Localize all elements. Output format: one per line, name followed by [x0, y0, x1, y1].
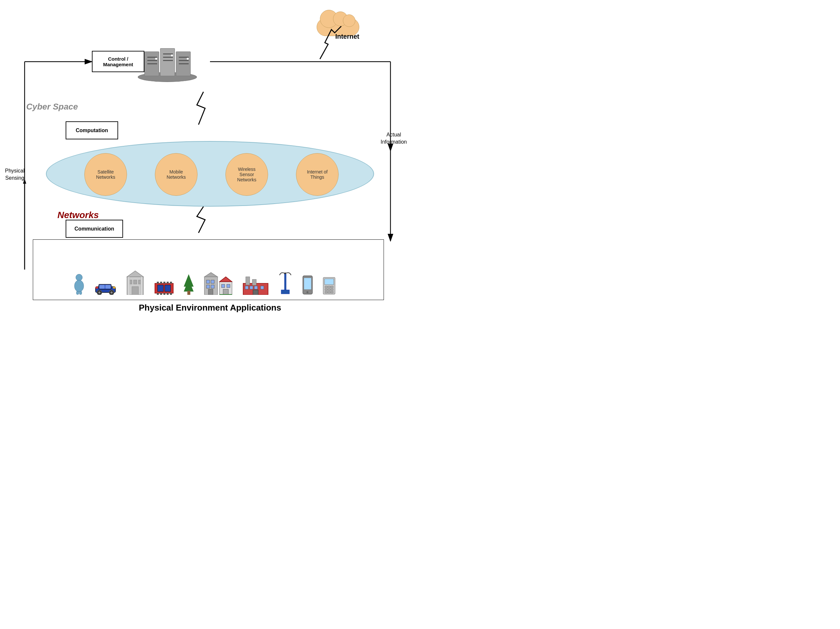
svg-rect-32 — [170, 293, 172, 295]
control-management-box: Control / Management — [92, 51, 144, 72]
svg-rect-53 — [252, 279, 256, 285]
physical-environment-box: Actuator Sensors Embedded Systems — [33, 240, 384, 300]
svg-rect-26 — [167, 282, 169, 284]
svg-rect-58 — [253, 290, 258, 295]
svg-rect-27 — [170, 282, 172, 284]
svg-rect-54 — [245, 286, 248, 289]
iot-label: Internet of Things — [307, 169, 327, 180]
svg-rect-21 — [141, 277, 142, 295]
svg-rect-66 — [325, 279, 334, 285]
svg-rect-43 — [211, 285, 214, 288]
mobile-networks-label: Mobile Networks — [167, 169, 186, 180]
svg-rect-30 — [163, 293, 165, 295]
svg-point-11 — [111, 292, 113, 294]
actual-information-label: Actual Information — [377, 131, 410, 146]
svg-rect-28 — [157, 293, 159, 295]
tree-icon — [183, 274, 194, 295]
satellite-networks-circle: Satellite Networks — [84, 153, 127, 196]
svg-rect-60 — [284, 274, 286, 290]
svg-rect-41 — [211, 280, 214, 283]
svg-rect-42 — [206, 285, 210, 288]
svg-rect-24 — [160, 282, 162, 284]
svg-point-64 — [306, 291, 308, 293]
actual-info-text: Actual Information — [381, 132, 407, 145]
factory-icon — [243, 274, 269, 295]
physical-sensing-label: Physical Sensing — [3, 167, 26, 182]
svg-rect-61 — [281, 290, 289, 294]
computation-label: Computation — [76, 128, 108, 134]
car-icon — [95, 282, 116, 295]
svg-rect-37 — [187, 291, 190, 295]
svg-rect-74 — [328, 291, 330, 293]
physical-sensing-text: Physical Sensing — [5, 168, 25, 181]
svg-rect-69 — [331, 286, 333, 288]
mobile-phone-icon — [302, 275, 313, 295]
svg-rect-34 — [165, 285, 171, 292]
wireless-sensor-networks-circle: Wireless Sensor Networks — [226, 153, 268, 196]
antenna-icon — [278, 269, 293, 295]
svg-rect-52 — [246, 277, 250, 285]
control-management-label: Control / Management — [103, 56, 133, 67]
svg-rect-23 — [157, 282, 159, 284]
svg-rect-75 — [331, 291, 333, 293]
svg-marker-15 — [127, 271, 144, 277]
svg-rect-48 — [227, 284, 230, 288]
svg-rect-19 — [132, 287, 139, 295]
networks-ellipse: Satellite Networks Mobile Networks Wirel… — [46, 141, 374, 207]
svg-rect-72 — [331, 288, 333, 290]
svg-point-9 — [98, 292, 101, 294]
circuit-board-icon — [154, 282, 174, 295]
svg-rect-55 — [250, 286, 253, 289]
svg-rect-17 — [134, 280, 137, 284]
svg-marker-46 — [219, 277, 232, 282]
svg-rect-63 — [304, 278, 311, 290]
svg-rect-73 — [325, 291, 327, 293]
physical-env-label: Physical Environment Applications — [0, 303, 420, 313]
communication-label: Communication — [74, 226, 114, 232]
svg-rect-68 — [328, 286, 330, 288]
svg-rect-33 — [158, 285, 163, 292]
svg-rect-3 — [79, 291, 82, 295]
internet-label: Internet — [335, 33, 359, 40]
svg-rect-13 — [113, 287, 115, 288]
svg-rect-47 — [221, 284, 225, 288]
diagram-container: Internet Control / Management Cyber Spac… — [0, 0, 420, 314]
networks-label: Networks — [57, 210, 99, 221]
svg-point-1 — [74, 280, 84, 292]
svg-rect-12 — [95, 287, 98, 288]
communication-box: Communication — [66, 220, 123, 238]
svg-rect-57 — [261, 286, 264, 289]
computation-box: Computation — [66, 121, 118, 139]
svg-rect-7 — [105, 285, 111, 288]
svg-rect-67 — [325, 286, 327, 288]
server-cluster — [138, 39, 197, 82]
svg-rect-25 — [163, 282, 165, 284]
house-complex-icon — [204, 272, 233, 295]
svg-rect-40 — [206, 280, 210, 283]
svg-rect-20 — [128, 277, 129, 295]
physical-env-text: Physical Environment Applications — [139, 303, 281, 312]
person-icon — [73, 274, 86, 295]
svg-rect-29 — [160, 293, 162, 295]
svg-point-0 — [76, 274, 82, 281]
svg-rect-50 — [219, 294, 232, 295]
svg-rect-71 — [328, 288, 330, 290]
svg-rect-31 — [167, 293, 169, 295]
svg-rect-70 — [325, 288, 327, 290]
svg-rect-56 — [254, 286, 257, 289]
satellite-networks-label: Satellite Networks — [96, 169, 115, 180]
wireless-sensor-label: Wireless Sensor Networks — [237, 167, 256, 182]
svg-rect-6 — [99, 285, 105, 288]
svg-rect-2 — [76, 291, 79, 295]
keypad-icon — [322, 277, 336, 295]
svg-rect-44 — [208, 289, 213, 295]
mobile-networks-circle: Mobile Networks — [155, 153, 197, 196]
iot-circle: Internet of Things — [296, 153, 339, 196]
cyberspace-label: Cyber Space — [26, 102, 78, 112]
building-icon — [125, 270, 145, 295]
svg-marker-39 — [204, 273, 218, 277]
svg-rect-49 — [223, 289, 228, 295]
